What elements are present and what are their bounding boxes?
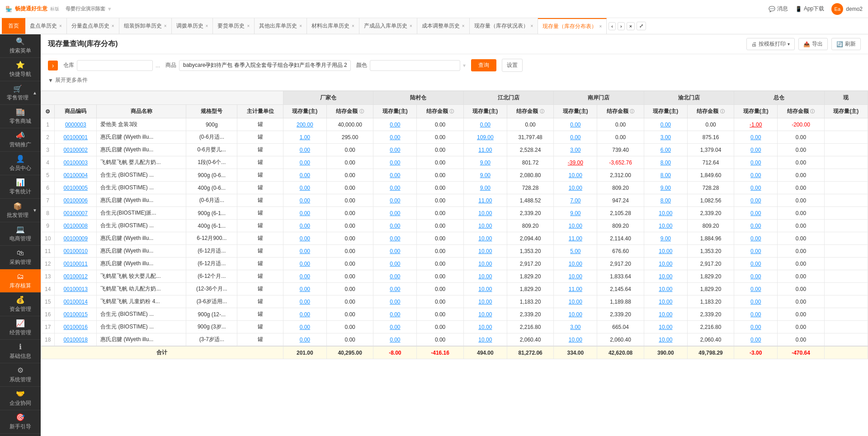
cell-fac-qty[interactable]: 0.00 xyxy=(283,308,326,321)
print-button[interactable]: 🖨 按模板打印 ▾ xyxy=(746,38,795,50)
cell-yb-qty[interactable]: 0.00 xyxy=(644,118,687,131)
cell-na-qty[interactable]: 5.00 xyxy=(554,245,597,258)
tab-history-1[interactable]: 盘点单历史 × xyxy=(25,18,67,34)
cell-fac-qty[interactable]: 1.00 xyxy=(283,131,326,144)
cell-code[interactable]: 00100002 xyxy=(55,144,97,156)
cell-fac-qty[interactable]: 0.00 xyxy=(283,169,326,182)
cell-lu-qty[interactable]: 0.00 xyxy=(373,194,417,207)
cell-total-qty[interactable]: 0.00 xyxy=(734,245,778,258)
tab-close[interactable]: × xyxy=(599,24,602,29)
cell-total-qty[interactable]: 0.00 xyxy=(734,131,778,144)
cell-jb-qty[interactable]: 9.00 xyxy=(463,182,507,194)
cell-lu-qty[interactable]: 0.00 xyxy=(373,283,417,295)
cell-fac-qty[interactable]: 0.00 xyxy=(283,283,326,295)
cell-yb-qty[interactable]: 8.00 xyxy=(644,169,687,182)
cell-total-qty[interactable]: 0.00 xyxy=(734,194,778,207)
cell-yb-qty[interactable]: 10.00 xyxy=(644,308,687,321)
cell-lu-qty[interactable]: 0.00 xyxy=(373,308,417,321)
cell-lu-qty[interactable]: 0.00 xyxy=(373,270,417,283)
cell-yb-qty[interactable]: 10.00 xyxy=(644,283,687,295)
tab-close-all-button[interactable]: × xyxy=(627,22,635,30)
cell-code[interactable]: 00100018 xyxy=(55,333,97,347)
cell-lu-qty[interactable]: 0.00 xyxy=(373,245,417,258)
cell-jb-qty[interactable]: 11.00 xyxy=(463,194,507,207)
tab-history-2[interactable]: 分量盘点单历史 × xyxy=(67,18,119,34)
cell-total-qty[interactable]: 0.00 xyxy=(734,333,778,347)
cell-yb-qty[interactable]: 9.00 xyxy=(644,232,687,245)
sidebar-item-marketing[interactable]: 📣 营销推广 xyxy=(0,128,41,152)
cell-yb-qty[interactable]: 10.00 xyxy=(644,245,687,258)
cell-jb-qty[interactable]: 9.00 xyxy=(463,169,507,182)
cell-total-qty[interactable]: 0.00 xyxy=(734,232,778,245)
cell-code[interactable]: 00100005 xyxy=(55,182,97,194)
tab-close[interactable]: × xyxy=(410,23,412,28)
cell-code[interactable]: 0000003 xyxy=(55,118,97,131)
sidebar-item-mall[interactable]: 🏬 零售商城 xyxy=(0,105,41,128)
cell-code[interactable]: 00100014 xyxy=(55,295,97,308)
warehouse-dots[interactable]: ... xyxy=(156,62,160,69)
cell-fac-qty[interactable]: 0.00 xyxy=(283,258,326,270)
tab-history-3[interactable]: 组装拆卸单历史 × xyxy=(119,18,172,34)
cell-yb-qty[interactable]: 10.00 xyxy=(644,258,687,270)
cell-total-qty[interactable]: -1.00 xyxy=(734,118,778,131)
sidebar-item-inventory[interactable]: 🗂 库存核算 xyxy=(0,269,41,293)
cell-jb-qty[interactable]: 10.00 xyxy=(463,270,507,283)
settings-button[interactable]: 设置 xyxy=(502,59,523,72)
cell-na-qty[interactable]: 9.00 xyxy=(554,207,597,220)
cell-total-qty[interactable]: 0.00 xyxy=(734,144,778,156)
tab-history-7[interactable]: 材料出库单历史 × xyxy=(307,18,359,34)
cell-fac-qty[interactable]: 0.00 xyxy=(283,144,326,156)
cell-na-qty[interactable]: 3.00 xyxy=(554,144,597,156)
sidebar-item-business[interactable]: 📈 经营管理 xyxy=(0,316,41,340)
cell-jb-qty[interactable]: 10.00 xyxy=(463,333,507,347)
cell-yb-qty[interactable]: 10.00 xyxy=(644,295,687,308)
cell-code[interactable]: 00100012 xyxy=(55,270,97,283)
cell-jb-qty[interactable]: 10.00 xyxy=(463,321,507,333)
sidebar-item-retail-stats[interactable]: 📊 零售统计 xyxy=(0,175,41,199)
tab-prev-button[interactable]: ‹ xyxy=(609,22,616,30)
tab-history-8[interactable]: 产成品入库单历史 × xyxy=(359,18,417,34)
cell-jb-qty[interactable]: 109.00 xyxy=(463,131,507,144)
cell-jb-qty[interactable]: 9.00 xyxy=(463,156,507,169)
cell-lu-qty[interactable]: 0.00 xyxy=(373,232,417,245)
tab-home[interactable]: 首页 xyxy=(2,18,25,34)
tab-close[interactable]: × xyxy=(352,23,354,28)
cell-fac-qty[interactable]: 0.00 xyxy=(283,194,326,207)
cell-yb-qty[interactable]: 6.00 xyxy=(644,144,687,156)
cell-lu-qty[interactable]: 0.00 xyxy=(373,220,417,232)
search-collapse-button[interactable]: › xyxy=(48,61,58,70)
cell-total-qty[interactable]: 0.00 xyxy=(734,156,778,169)
cell-jb-qty[interactable]: 10.00 xyxy=(463,220,507,232)
cell-fac-qty[interactable]: 0.00 xyxy=(283,232,326,245)
cell-fac-qty[interactable]: 0.00 xyxy=(283,270,326,283)
tab-history-4[interactable]: 调拨单历史 × xyxy=(172,18,213,34)
cell-code[interactable]: 00100010 xyxy=(55,245,97,258)
cell-jb-qty[interactable]: 10.00 xyxy=(463,207,507,220)
cell-code[interactable]: 00100006 xyxy=(55,194,97,207)
tab-close[interactable]: × xyxy=(247,23,250,28)
th-settings[interactable]: ⚙ xyxy=(41,105,55,118)
cell-lu-qty[interactable]: 0.00 xyxy=(373,169,417,182)
cell-yb-qty[interactable]: 10.00 xyxy=(644,333,687,347)
tab-close[interactable]: × xyxy=(112,23,114,28)
sidebar-item-ecommerce[interactable]: 💻 电商管理 xyxy=(0,222,41,246)
sidebar-item-nav[interactable]: ⭐ 快捷导航 xyxy=(0,58,41,81)
cell-jb-qty[interactable]: 10.00 xyxy=(463,245,507,258)
cell-na-qty[interactable]: 7.00 xyxy=(554,194,597,207)
cell-na-qty[interactable]: 11.00 xyxy=(554,283,597,295)
color-input[interactable] xyxy=(370,60,460,71)
cell-na-qty[interactable]: 10.00 xyxy=(554,333,597,347)
goods-input[interactable] xyxy=(179,60,351,71)
export-button[interactable]: 📤 导出 xyxy=(798,38,828,50)
cell-na-qty[interactable]: 10.00 xyxy=(554,308,597,321)
cell-na-qty[interactable]: -39.00 xyxy=(554,156,597,169)
tab-close[interactable]: × xyxy=(59,23,62,28)
tab-close[interactable]: × xyxy=(206,23,208,28)
sidebar-item-collab[interactable]: 🤝 企业协同 xyxy=(0,387,41,410)
tab-history-9[interactable]: 成本调整单历史 × xyxy=(417,18,470,34)
cell-jb-qty[interactable]: 0.00 xyxy=(463,118,507,131)
cell-yb-qty[interactable]: 8.00 xyxy=(644,156,687,169)
tab-stock-status[interactable]: 现存量（库存状况表）× xyxy=(470,18,538,34)
cell-code[interactable]: 00100016 xyxy=(55,321,97,333)
sidebar-item-system[interactable]: ⚙ 系统管理 xyxy=(0,363,41,387)
